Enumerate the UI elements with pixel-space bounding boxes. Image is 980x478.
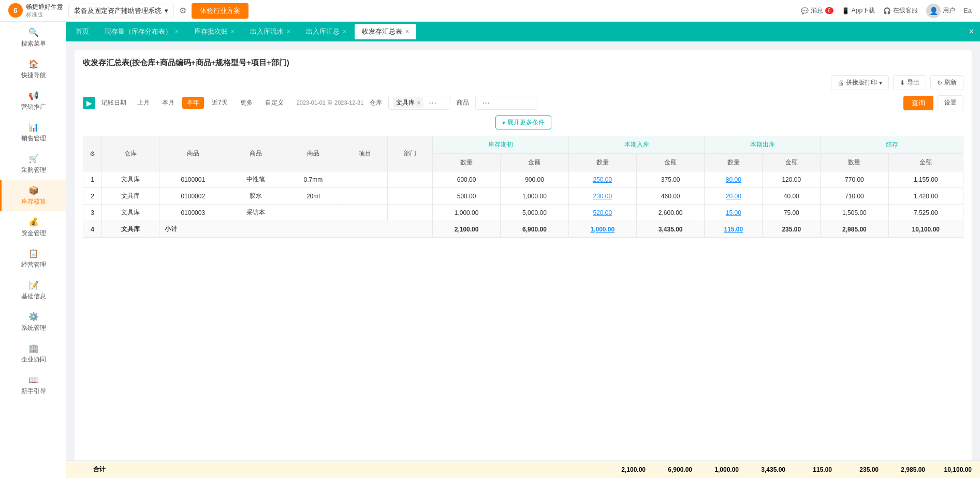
- current-year-btn[interactable]: 本年: [182, 97, 204, 109]
- warehouse-more-btn[interactable]: ···: [427, 97, 438, 108]
- tab-close-batch-ledger[interactable]: ×: [231, 28, 235, 35]
- th-opening-group: 库存期初: [432, 136, 568, 154]
- last-period-btn[interactable]: 上月: [133, 97, 154, 109]
- sidebar-item-guide[interactable]: 📖 新手引导: [0, 369, 66, 401]
- cell-out-amt: 120.00: [763, 171, 821, 188]
- goods-label: 商品: [457, 98, 469, 107]
- cell-goods-name: 中性笔: [227, 171, 284, 188]
- clipboard-icon: 📋: [28, 248, 39, 258]
- sub-in-qty[interactable]: 1,000.00: [568, 221, 636, 238]
- settings-button[interactable]: 设置: [938, 95, 963, 110]
- cell-open-amt: 900.00: [501, 171, 568, 188]
- online-service-action[interactable]: 🎧 在线客服: [883, 6, 918, 15]
- th-in-qty: 数量: [568, 154, 636, 171]
- sidebar-item-operations[interactable]: 📋 经营管理: [0, 243, 66, 274]
- cell-open-qty: 600.00: [432, 171, 500, 188]
- app-download-action[interactable]: 📱 App下载: [842, 6, 875, 15]
- th-close-qty: 数量: [821, 154, 888, 171]
- sidebar-item-purchase[interactable]: 🛒 采购管理: [0, 148, 66, 180]
- cell-goods-spec: 0.7mm: [284, 171, 342, 188]
- filter-toggle-btn[interactable]: ▶: [83, 97, 95, 109]
- header-right: 💬 消息 6 📱 App下载 🎧 在线客服 👤 用户 Ea: [801, 4, 972, 18]
- tab-bar-close[interactable]: ×: [965, 25, 978, 38]
- settings-icon[interactable]: ⚙: [179, 6, 186, 16]
- current-period-btn[interactable]: 本月: [157, 97, 179, 109]
- page-card: 收发存汇总表(按仓库+商品编码+商品+规格型号+项目+部门) 🖨 拼接版打印 ▾…: [75, 50, 972, 470]
- th-out-amt: 金额: [763, 154, 821, 171]
- cell-in-qty[interactable]: 520.00: [568, 205, 636, 221]
- chevron-down-icon: ▾: [879, 79, 882, 86]
- tab-close-stock-dist[interactable]: ×: [175, 28, 179, 35]
- print-button[interactable]: 🖨 拼接版打印 ▾: [831, 75, 889, 90]
- goods-filter[interactable]: ···: [475, 96, 537, 110]
- tab-home[interactable]: 首页: [68, 24, 96, 39]
- sub-in-amt: 3,435.00: [637, 221, 705, 238]
- tab-inout-flow[interactable]: 出入库流水 ×: [243, 24, 298, 39]
- main-layout: 🔍 搜索菜单 🏠 快捷导航 📢 营销推广 📊 销售管理 🛒 采购管理 📦 库存核…: [0, 22, 980, 478]
- cell-out-qty[interactable]: 15.00: [705, 205, 763, 221]
- user-action[interactable]: 👤 用户: [926, 4, 955, 18]
- sidebar-item-marketing[interactable]: 📢 营销推广: [0, 85, 66, 117]
- printer-icon: 🖨: [838, 79, 844, 86]
- sidebar-item-system[interactable]: ⚙️ 系统管理: [0, 306, 66, 338]
- sub-label: 小计: [159, 221, 432, 238]
- last7days-btn[interactable]: 近7天: [207, 97, 232, 109]
- logo-text: 畅捷通好生意 标准版: [26, 3, 63, 19]
- sub-out-qty[interactable]: 115.00: [705, 221, 763, 238]
- th-settings[interactable]: ⚙: [83, 136, 102, 171]
- top-actions: 🖨 拼接版打印 ▾ ⬇ 导出 ↻ 刷新: [83, 75, 963, 90]
- logo-icon: 6: [8, 3, 23, 18]
- sidebar-item-enterprise[interactable]: 🏢 企业协同: [0, 338, 66, 369]
- sidebar-item-search[interactable]: 🔍 搜索菜单: [0, 22, 66, 53]
- warehouse-filter[interactable]: 文具库 × ···: [388, 96, 450, 110]
- th-open-qty: 数量: [432, 154, 500, 171]
- cell-project: [342, 205, 387, 221]
- tab-batch-ledger[interactable]: 库存批次账 ×: [187, 24, 242, 39]
- phone-icon: 📱: [842, 7, 850, 15]
- tab-stock-dist[interactable]: 现存量（库存分布表） ×: [97, 24, 186, 39]
- book-icon: 📖: [28, 374, 39, 385]
- cell-out-qty[interactable]: 20.00: [705, 188, 763, 205]
- refresh-button[interactable]: ↻ 刷新: [930, 75, 963, 90]
- cell-dept: [387, 171, 432, 188]
- sidebar-item-base-info[interactable]: 📝 基础信息: [0, 274, 66, 306]
- sidebar-item-sales[interactable]: 📊 销售管理: [0, 117, 66, 148]
- tab-recv-send-summary[interactable]: 收发存汇总表 ×: [355, 24, 416, 39]
- message-badge: 6: [825, 7, 833, 14]
- chart-icon: 📊: [28, 122, 39, 132]
- tab-close-inout-flow[interactable]: ×: [287, 28, 290, 35]
- more-date-btn[interactable]: 更多: [236, 97, 257, 109]
- warehouse-tag-close[interactable]: ×: [417, 99, 420, 107]
- cell-in-qty[interactable]: 250.00: [568, 171, 636, 188]
- subtotal-row: 4 文具库 小计 2,100.00 6,900.00 1,000.00 3,43…: [83, 221, 963, 238]
- export-button[interactable]: ⬇ 导出: [893, 75, 926, 90]
- trial-button[interactable]: 体验行业方案: [192, 3, 248, 19]
- sidebar-item-finance[interactable]: 💰 资金管理: [0, 211, 66, 243]
- expand-conditions-btn[interactable]: ▾ 展开更多条件: [495, 115, 551, 129]
- cell-in-amt: 460.00: [637, 188, 705, 205]
- tab-close-recv-send-summary[interactable]: ×: [405, 28, 409, 35]
- system-selector[interactable]: 装备及固定资产辅助管理系统 ▾: [68, 4, 174, 18]
- cell-out-qty[interactable]: 80.00: [705, 171, 763, 188]
- goods-more-btn[interactable]: ···: [480, 97, 492, 108]
- tab-inout-summary[interactable]: 出入库汇总 ×: [299, 24, 354, 39]
- sidebar-item-inventory[interactable]: 📦 库存核算: [0, 180, 66, 211]
- header-left: 6 畅捷通好生意 标准版 装备及固定资产辅助管理系统 ▾ ⚙ 体验行业方案: [8, 3, 248, 19]
- query-button[interactable]: 查询: [903, 96, 933, 110]
- building-icon: 🏢: [28, 343, 39, 353]
- footer-out-qty: 115.00: [785, 466, 832, 473]
- sidebar-item-quick-nav[interactable]: 🏠 快捷导航: [0, 53, 66, 85]
- cart-icon: 🛒: [28, 153, 39, 164]
- footer-total-row: 合计 2,100.00 6,900.00 1,000.00 3,435.00 1…: [66, 460, 980, 478]
- page-content: 收发存汇总表(按仓库+商品编码+商品+规格型号+项目+部门) 🖨 拼接版打印 ▾…: [66, 41, 980, 478]
- custom-date-btn[interactable]: 自定义: [260, 97, 288, 109]
- cell-close-amt: 1,420.00: [888, 188, 963, 205]
- th-goods-name: 商品: [227, 136, 284, 171]
- message-action[interactable]: 💬 消息 6: [801, 6, 833, 15]
- footer-out-amt: 235.00: [832, 466, 879, 473]
- cell-in-qty[interactable]: 230.00: [568, 188, 636, 205]
- gear-icon: ⚙️: [28, 311, 39, 322]
- cell-in-amt: 2,600.00: [637, 205, 705, 221]
- top-header: 6 畅捷通好生意 标准版 装备及固定资产辅助管理系统 ▾ ⚙ 体验行业方案 💬 …: [0, 0, 980, 22]
- tab-close-inout-summary[interactable]: ×: [343, 28, 346, 35]
